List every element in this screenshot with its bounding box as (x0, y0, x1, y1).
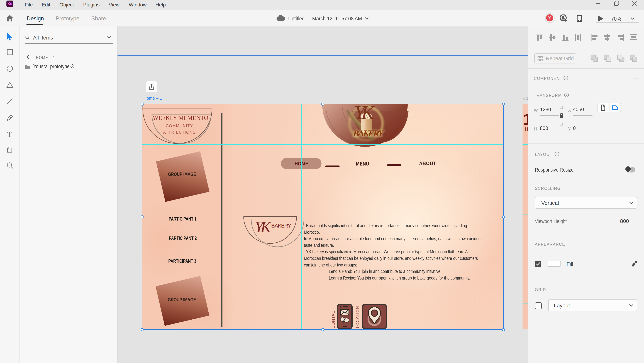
svg-text:BAKERY: BAKERY (271, 223, 292, 229)
svg-text:YK: YK (354, 104, 375, 123)
svg-text:BAKERY: BAKERY (353, 128, 384, 138)
svg-text:YK: YK (255, 218, 272, 236)
